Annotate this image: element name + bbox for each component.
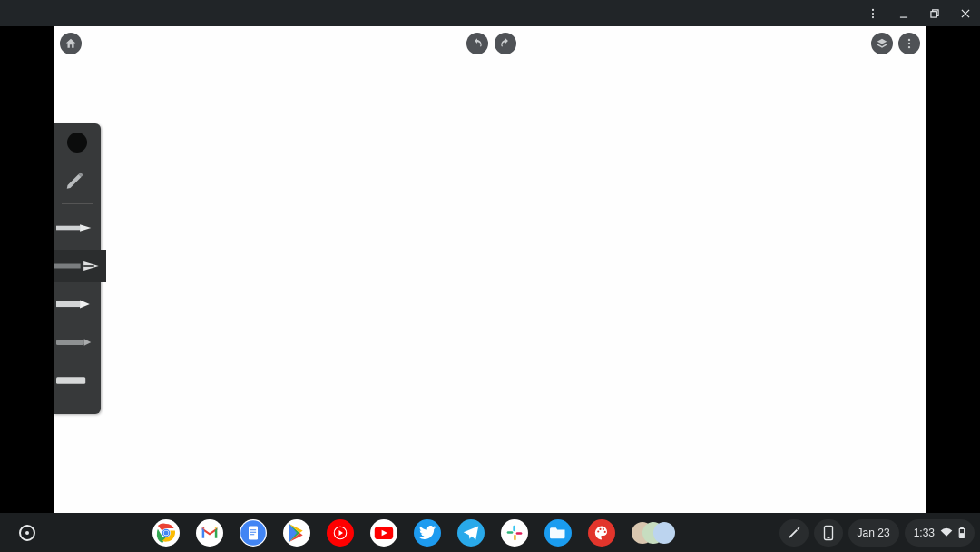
- close-button[interactable]: [956, 5, 975, 23]
- svg-rect-4: [931, 11, 936, 16]
- date-pill[interactable]: Jan 23: [848, 519, 899, 547]
- battery-icon: [958, 527, 965, 539]
- app-play-store[interactable]: [283, 519, 310, 547]
- app-youtube[interactable]: [370, 519, 397, 547]
- svg-rect-3: [900, 16, 907, 17]
- svg-rect-14: [56, 377, 85, 384]
- status-area: Jan 23 1:33: [774, 519, 980, 547]
- wifi-icon: [940, 527, 953, 537]
- divider: [62, 203, 93, 204]
- svg-rect-23: [250, 534, 254, 535]
- svg-rect-29: [516, 532, 523, 535]
- svg-point-31: [599, 527, 601, 529]
- app-files[interactable]: [544, 519, 572, 547]
- svg-rect-38: [960, 533, 963, 537]
- tool-pencil[interactable]: [54, 163, 101, 196]
- phone-hub-button[interactable]: [814, 519, 843, 547]
- app-chrome[interactable]: [152, 519, 180, 547]
- svg-point-30: [597, 530, 599, 532]
- window-titlebar: [0, 0, 980, 26]
- svg-rect-8: [56, 226, 80, 231]
- tool-pen[interactable]: [54, 212, 101, 244]
- titlebar-more-icon[interactable]: [864, 5, 882, 23]
- app-youtube-music[interactable]: [327, 519, 354, 547]
- svg-rect-11: [83, 265, 94, 267]
- svg-rect-27: [507, 531, 514, 534]
- color-swatch[interactable]: [67, 133, 87, 153]
- tool-chalk[interactable]: [54, 364, 101, 397]
- svg-rect-10: [81, 263, 83, 270]
- canvas-app: [54, 26, 926, 513]
- app-telegram[interactable]: [457, 519, 485, 547]
- app-slack[interactable]: [501, 519, 528, 547]
- app-gmail[interactable]: [196, 519, 223, 547]
- drawing-canvas[interactable]: [54, 26, 926, 513]
- app-docs[interactable]: [240, 519, 267, 547]
- svg-rect-9: [54, 264, 81, 269]
- svg-rect-22: [250, 531, 256, 532]
- shelf-apps: [152, 519, 675, 547]
- svg-rect-28: [514, 534, 516, 540]
- svg-point-33: [604, 530, 606, 532]
- svg-point-1: [872, 12, 874, 14]
- tool-fountain-pen[interactable]: [54, 250, 106, 282]
- stylus-tools-button[interactable]: [779, 519, 808, 547]
- svg-point-18: [164, 530, 169, 535]
- app-drawing[interactable]: [588, 519, 615, 547]
- svg-rect-21: [250, 529, 256, 530]
- svg-rect-12: [56, 301, 80, 307]
- svg-rect-26: [513, 525, 515, 531]
- svg-point-2: [872, 16, 874, 18]
- launcher-button[interactable]: [19, 525, 35, 541]
- svg-point-32: [603, 527, 604, 529]
- minimize-button[interactable]: [895, 5, 913, 23]
- app-group-avatars[interactable]: [632, 519, 675, 547]
- shelf-date: Jan 23: [858, 527, 890, 539]
- svg-point-0: [872, 8, 874, 10]
- tool-crayon[interactable]: [54, 326, 101, 359]
- svg-rect-13: [56, 340, 84, 345]
- tool-panel: [54, 123, 101, 414]
- restore-button[interactable]: [926, 5, 944, 23]
- app-twitter[interactable]: [414, 519, 441, 547]
- tool-marker[interactable]: [54, 288, 101, 320]
- shelf-time: 1:33: [914, 527, 935, 539]
- status-tray[interactable]: 1:33: [905, 519, 975, 547]
- svg-rect-37: [961, 527, 963, 528]
- svg-rect-20: [249, 526, 258, 539]
- shelf: Jan 23 1:33: [0, 513, 980, 552]
